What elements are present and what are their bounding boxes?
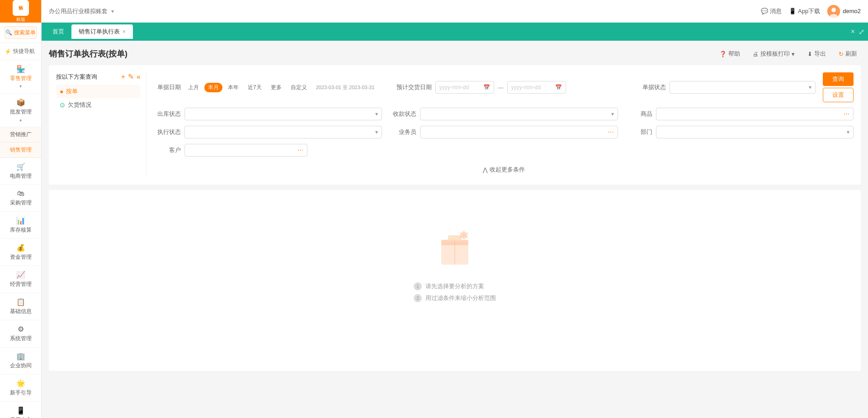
sidebar-item-corp[interactable]: 🏢 企业协同 <box>0 347 41 375</box>
sidebar-sub-sales[interactable]: 销售管理 <box>0 142 41 158</box>
content-inner: 销售订单执行表(按单) ❓ 帮助 🖨 按模板打印 ▾ ⬇ 导出 <box>42 41 868 378</box>
salesperson-label: 业务员 <box>389 128 416 136</box>
exec-status-label: 执行状态 <box>154 128 181 136</box>
finance-icon: 💰 <box>16 243 25 252</box>
export-button[interactable]: ⬇ 导出 <box>804 48 830 60</box>
topbar-left: 办公用品行业模拟账套 ▾ <box>49 7 114 15</box>
date-tab-7days[interactable]: 近7天 <box>244 83 265 92</box>
query-action-buttons: 查询 设置 <box>823 72 854 102</box>
empty-state: 1 请先选择要分析的方案 2 用过滤条件来缩小分析范围 <box>49 190 861 340</box>
filter-predicted-date: 预计交货日期 yyyy-mm-dd 📅 — yyyy-mm-dd 📅 <box>396 81 632 94</box>
empty-illustration <box>432 226 477 271</box>
tip-num-2: 2 <box>414 294 422 302</box>
doc-status-select[interactable]: ▾ <box>670 81 816 94</box>
filter-scheme-title: 按以下方案查询 <box>56 73 97 81</box>
page-title: 销售订单执行表(按单) <box>49 48 127 59</box>
predicted-date-to-input[interactable]: yyyy-mm-dd 📅 <box>507 81 566 94</box>
collapse-up-icon: ⋀ <box>483 166 488 173</box>
sidebar-item-ecommerce[interactable]: 🛒 电商管理 <box>0 158 41 185</box>
filter-salesperson: 业务员 ··· <box>389 126 618 138</box>
search-menu-button[interactable]: 🔍 搜索菜单 <box>5 26 37 39</box>
sidebar-item-appcenter[interactable]: 📱 应用中心 <box>0 402 41 418</box>
doc-date-label: 单据日期 <box>154 83 181 91</box>
out-status-label: 出库状态 <box>154 110 181 118</box>
filter-scheme-item-1[interactable]: ⊙ 欠货情况 <box>56 98 141 112</box>
salesperson-select[interactable]: ··· <box>420 126 618 138</box>
filter-product: 商品 ··· <box>625 108 854 120</box>
user-menu[interactable]: demo2 <box>827 5 861 18</box>
print-button[interactable]: 🖨 按模板打印 ▾ <box>749 48 798 60</box>
date-tab-this-month[interactable]: 本月 <box>204 83 222 92</box>
doc-status-label: 单据状态 <box>639 83 666 91</box>
filter-receipt-status: 收款状态 ▾ <box>389 108 618 120</box>
filter-scheme-item-0[interactable]: ● 按单 <box>56 85 141 98</box>
search-icon: 🔍 <box>5 29 12 36</box>
logo-icon: 畅 <box>13 0 29 16</box>
out-status-select[interactable]: ▾ <box>184 108 382 120</box>
filter-scheme-actions: + ✎ « <box>121 72 141 81</box>
filter-out-status: 出库状态 ▾ <box>154 108 382 120</box>
purchase-icon: 🛍 <box>17 190 24 198</box>
tab-home[interactable]: 首页 <box>45 24 71 39</box>
quicknav-label[interactable]: ⚡ 快捷导航 <box>5 46 37 57</box>
scheme-inactive-icon: ⊙ <box>60 101 65 109</box>
exec-status-chevron-icon: ▾ <box>375 129 378 135</box>
date-separator: — <box>498 84 504 91</box>
window-close-button[interactable]: × <box>851 28 855 36</box>
filter-customer: 客户 ··· <box>154 144 307 157</box>
sidebar-item-basic[interactable]: 📋 基础信息 <box>0 293 41 320</box>
export-icon: ⬇ <box>807 51 812 57</box>
breadcrumb-dropdown-icon[interactable]: ▾ <box>111 8 114 14</box>
message-button[interactable]: 💬 消息 <box>761 7 782 15</box>
sidebar-item-system[interactable]: ⚙ 系统管理 <box>0 320 41 347</box>
date-tab-last-month[interactable]: 上月 <box>184 83 203 92</box>
operations-icon: 📈 <box>16 271 25 279</box>
edit-scheme-button[interactable]: ✎ <box>128 72 134 81</box>
app-download-button[interactable]: 📱 App下载 <box>789 7 820 15</box>
tab-sales-exec[interactable]: 销售订单执行表 × <box>71 24 133 39</box>
sidebar-item-purchase[interactable]: 🛍 采购管理 <box>0 185 41 212</box>
sidebar-item-newbie[interactable]: 🌟 新手引导 <box>0 375 41 402</box>
receipt-status-select[interactable]: ▾ <box>420 108 618 120</box>
date-tab-more[interactable]: 更多 <box>267 83 285 92</box>
sidebar-item-retail[interactable]: 🏪 零售管理 ▾ <box>0 60 41 94</box>
sidebar-sub-marketing[interactable]: 营销推广 <box>0 127 41 142</box>
sidebar-item-inventory[interactable]: 📊 库存核算 <box>0 212 41 239</box>
product-label: 商品 <box>625 110 652 118</box>
ecommerce-icon: 🛒 <box>16 162 25 171</box>
empty-tip-1: 1 请先选择要分析的方案 <box>414 280 496 292</box>
calendar-from-icon: 📅 <box>483 84 490 90</box>
customer-select[interactable]: ··· <box>184 144 307 157</box>
system-icon: ⚙ <box>18 325 24 333</box>
svg-point-1 <box>831 8 836 12</box>
tab-close-icon[interactable]: × <box>123 28 126 35</box>
customer-more-icon[interactable]: ··· <box>297 146 303 154</box>
date-tabs: 上月 本月 本年 近7天 更多 自定义 <box>184 83 311 92</box>
add-scheme-button[interactable]: + <box>121 73 125 81</box>
logo[interactable]: 畅 标版 <box>0 0 41 23</box>
collapse-filter-button[interactable]: ⋀ 收起更多条件 <box>154 162 854 177</box>
query-button[interactable]: 查询 <box>823 72 854 86</box>
avatar <box>827 5 840 18</box>
product-more-icon[interactable]: ··· <box>844 110 849 118</box>
date-tab-custom[interactable]: 自定义 <box>287 83 311 92</box>
date-range-display: 2023-03-01 至 2023-03-31 <box>316 84 375 91</box>
sidebar-item-wholesale[interactable]: 📦 批发管理 ▴ <box>0 94 41 127</box>
dept-select[interactable]: ▾ <box>656 126 854 138</box>
set-button[interactable]: 设置 <box>823 88 854 102</box>
newbie-icon: 🌟 <box>16 379 25 388</box>
dept-chevron-icon: ▾ <box>847 129 849 135</box>
tabbar: 首页 销售订单执行表 × × ⤢ <box>42 23 868 41</box>
collapse-scheme-button[interactable]: « <box>137 73 141 81</box>
sidebar-item-finance[interactable]: 💰 资金管理 <box>0 239 41 266</box>
exec-status-select[interactable]: ▾ <box>184 126 382 138</box>
sidebar-item-operations[interactable]: 📈 经营管理 <box>0 266 41 293</box>
date-tab-this-year[interactable]: 本年 <box>224 83 242 92</box>
predicted-date-from-input[interactable]: yyyy-mm-dd 📅 <box>435 81 494 94</box>
refresh-button[interactable]: ↻ 刷新 <box>835 48 861 60</box>
help-button[interactable]: ❓ 帮助 <box>716 48 744 60</box>
window-expand-button[interactable]: ⤢ <box>859 28 864 36</box>
receipt-status-label: 收款状态 <box>389 110 416 118</box>
salesperson-more-icon[interactable]: ··· <box>608 128 613 136</box>
product-select[interactable]: ··· <box>656 108 854 120</box>
